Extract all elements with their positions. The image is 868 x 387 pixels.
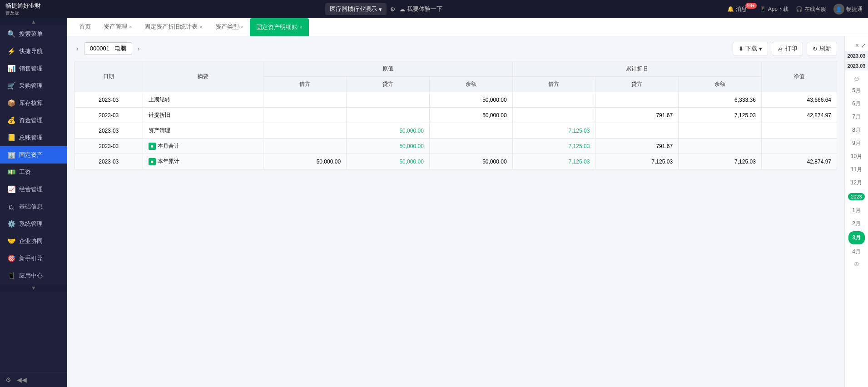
- tab-home[interactable]: 首页: [73, 18, 97, 36]
- notifications-button[interactable]: 🔔 消息 99+: [727, 5, 752, 13]
- cell-summary[interactable]: ■本月合计: [143, 139, 263, 154]
- tab-depreciation-close[interactable]: ×: [199, 24, 202, 30]
- salary-icon: 💵: [7, 168, 15, 176]
- timeline-month-12[interactable]: 12月: [845, 176, 868, 189]
- notifications-badge: 99+: [745, 3, 757, 9]
- timeline-month-6[interactable]: 6月: [845, 97, 868, 110]
- cell-summary: 计提折旧: [143, 108, 263, 123]
- tab-assetdetail-label: 固定资产明细账: [256, 23, 298, 31]
- sidebar-label-system: 系统管理: [19, 220, 43, 228]
- cell-orig-debit: [263, 139, 347, 154]
- ledger-icon: 📒: [7, 134, 15, 142]
- sidebar-bottom: ⚙ ◀◀: [0, 372, 67, 387]
- tab-assetmgmt[interactable]: 资产管理 ×: [97, 18, 138, 36]
- tab-assetdetail-close[interactable]: ×: [299, 25, 302, 30]
- top-bar-left: 畅捷通好业财 普及版: [5, 2, 41, 16]
- sidebar-item-system[interactable]: ⚙️ 系统管理: [0, 215, 67, 233]
- sidebar-item-newguide[interactable]: 🎯 新手引导: [0, 250, 67, 267]
- settings-icon[interactable]: ⚙: [390, 6, 396, 13]
- tab-assettype[interactable]: 资产类型 ×: [209, 18, 250, 36]
- sidebar-scroll-down[interactable]: ▼: [0, 284, 67, 292]
- expand-panel-button[interactable]: ⤢: [861, 42, 866, 49]
- tab-assetmgmt-close[interactable]: ×: [129, 24, 132, 30]
- timeline-month-9[interactable]: 9月: [845, 137, 868, 150]
- summary-badge: ■: [149, 158, 156, 165]
- th-orig-credit: 贷方: [347, 77, 430, 92]
- cell-date: 2023-03: [75, 139, 143, 154]
- sidebar-item-sales[interactable]: 📊 销售管理: [0, 60, 67, 77]
- user-avatar[interactable]: 👤 畅捷通: [833, 4, 863, 15]
- online-service-button[interactable]: 🎧 在线客服: [796, 5, 826, 13]
- timeline-month-2[interactable]: 2月: [845, 217, 868, 230]
- top-bar: 畅捷通好业财 普及版 医疗器械行业演示 ▾ ⚙ ☁ 我要体验一下 🔔 消息 99…: [0, 0, 868, 18]
- tab-assettype-close[interactable]: ×: [241, 24, 243, 30]
- cell-orig-debit: [263, 92, 347, 108]
- sidebar-settings-btn[interactable]: ⚙: [5, 376, 11, 383]
- sidebar-label-ledger: 总账管理: [19, 134, 43, 142]
- cell-date: 2023-03: [75, 92, 143, 108]
- timeline-month-8[interactable]: 8月: [845, 124, 868, 137]
- print-label: 打印: [785, 45, 797, 53]
- sidebar-item-inventory[interactable]: 📦 库存核算: [0, 94, 67, 112]
- cell-net-value: [761, 139, 837, 154]
- download-icon: ⬇: [739, 45, 744, 52]
- sidebar-item-quicknav[interactable]: ⚡ 快捷导航: [0, 43, 67, 60]
- timeline-month-3-active[interactable]: 3月: [848, 231, 865, 244]
- search-icon: 🔍: [7, 30, 15, 38]
- username-label: 畅捷通: [846, 5, 863, 13]
- app-download-button[interactable]: 📱 App下载: [759, 5, 789, 13]
- sidebar-item-management[interactable]: 📈 经营管理: [0, 181, 67, 198]
- capital-icon: 💰: [7, 116, 15, 124]
- sidebar-item-salary[interactable]: 💵 工资: [0, 164, 67, 181]
- print-button[interactable]: 🖨 打印: [772, 42, 803, 55]
- company-selector[interactable]: 医疗器械行业演示 ▾: [325, 3, 387, 15]
- bell-icon: 🔔: [727, 6, 734, 12]
- sidebar-item-appcenter[interactable]: 📱 应用中心: [0, 267, 67, 284]
- cell-summary[interactable]: ■本年累计: [143, 154, 263, 169]
- sidebar-item-purchase[interactable]: 🛒 采购管理: [0, 77, 67, 94]
- timeline-month-7[interactable]: 7月: [845, 110, 868, 124]
- sidebar-item-basicinfo[interactable]: 🗂 基础信息: [0, 198, 67, 215]
- timeline-month-5[interactable]: 5月: [845, 84, 868, 97]
- timeline-month-1[interactable]: 1月: [845, 204, 868, 217]
- timeline-month-11[interactable]: 11月: [845, 163, 868, 176]
- sidebar-item-ledger[interactable]: 📒 总账管理: [0, 129, 67, 146]
- close-panel-button[interactable]: ×: [855, 42, 859, 49]
- cell-acc-credit: [595, 92, 679, 108]
- timeline-collapse-icon[interactable]: ⊖: [852, 73, 861, 84]
- prev-arrow[interactable]: ‹: [74, 44, 80, 53]
- top-bar-center: 医疗器械行业演示 ▾ ⚙ ☁ 我要体验一下: [325, 3, 442, 15]
- tab-depreciation[interactable]: 固定资产折旧统计表 ×: [138, 18, 208, 36]
- cell-acc-balance: [679, 139, 762, 154]
- asset-code: 000001: [90, 45, 109, 52]
- sidebar-label-appcenter: 应用中心: [19, 272, 43, 280]
- print-icon: 🖨: [778, 45, 784, 52]
- sidebar-item-capital[interactable]: 💰 资金管理: [0, 112, 67, 129]
- cell-orig-debit: 50,000.00: [263, 154, 347, 169]
- download-button[interactable]: ⬇ 下载 ▾: [733, 42, 768, 55]
- tab-assetdetail[interactable]: 固定资产明细账 ×: [250, 18, 308, 36]
- purchase-icon: 🛒: [7, 82, 15, 90]
- table-row: 2023-03计提折旧50,000.00791.677,125.0342,874…: [75, 108, 837, 123]
- sidebar-item-collaboration[interactable]: 🤝 企业协同: [0, 233, 67, 250]
- summary-text: 资产清理: [149, 127, 170, 134]
- cell-net-value: 42,874.97: [761, 154, 837, 169]
- asset-code-box: 000001 电脑: [84, 42, 132, 55]
- timeline-month-4[interactable]: 4月: [845, 245, 868, 258]
- download-label: 下载: [745, 45, 757, 53]
- refresh-label: 刷新: [819, 45, 831, 53]
- refresh-button[interactable]: ↻ 刷新: [807, 42, 837, 55]
- sidebar-scroll-up[interactable]: ▲: [0, 18, 67, 25]
- timeline-expand-icon[interactable]: ⊕: [852, 258, 861, 269]
- cell-summary: 上期结转: [143, 92, 263, 108]
- sidebar-collapse-btn[interactable]: ◀◀: [17, 376, 27, 383]
- cell-acc-balance: 7,125.03: [679, 154, 762, 169]
- table-row: 2023-03上期结转50,000.006,333.3643,666.64: [75, 92, 837, 108]
- experience-button[interactable]: ☁ 我要体验一下: [399, 5, 442, 13]
- next-arrow[interactable]: ›: [136, 44, 142, 53]
- timeline-month-10[interactable]: 10月: [845, 150, 868, 163]
- sidebar-item-fixedasset[interactable]: 🏢 固定资产: [0, 146, 67, 164]
- sidebar-item-search[interactable]: 🔍 搜索菜单: [0, 25, 67, 43]
- cell-orig-credit: 50,000.00: [347, 154, 430, 169]
- th-accumulated-depreciation: 累计折旧: [512, 61, 761, 77]
